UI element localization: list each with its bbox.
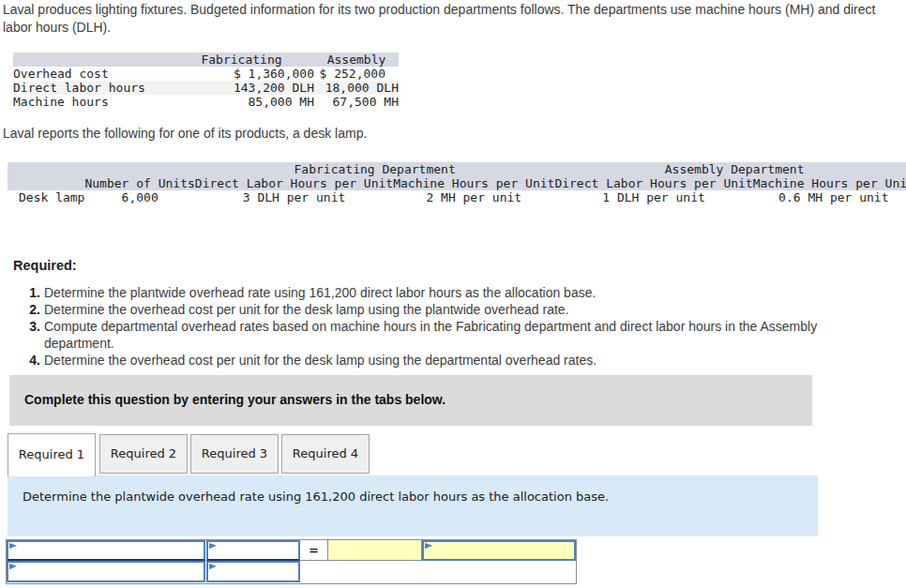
list-item: 4. Determine the overhead cost per unit … — [28, 352, 878, 369]
tab-required-3[interactable]: Required 3 — [190, 434, 279, 474]
item-number: 2. — [28, 301, 40, 318]
budget-header-fabricating: Fabricating — [169, 53, 314, 67]
tab-required-2[interactable]: Required 2 — [99, 434, 188, 474]
tab-required-4[interactable]: Required 4 — [281, 434, 370, 474]
list-item: 3. Compute departmental overhead rates b… — [28, 318, 878, 352]
dlh-fabricating-value: 143,200 DLH — [169, 81, 314, 95]
required-list: 1. Determine the plantwide overhead rate… — [28, 284, 878, 369]
equals-sign: = — [300, 540, 328, 561]
required-heading: Required: — [13, 258, 77, 273]
column-header-units: Number of Units — [84, 176, 194, 190]
overhead-assembly-value: $ 252,000 — [314, 67, 399, 81]
rate-answer-cell[interactable] — [328, 540, 422, 561]
cell-flag-icon — [425, 543, 432, 552]
product-table: Fabricating Department Assembly Departme… — [8, 162, 906, 204]
numerator-label-input-cell[interactable] — [7, 561, 205, 582]
product-table-group-header-row: Fabricating Department Assembly Departme… — [8, 162, 906, 176]
table-row: Machine hours 85,000 MH 67,500 MH — [13, 95, 399, 109]
asm-mh-value: 0.6 MH per unit — [753, 190, 906, 204]
complete-question-text: Complete this question by entering your … — [9, 375, 812, 407]
answer-grid: = — [6, 539, 577, 584]
list-item: 2. Determine the overhead cost per unit … — [28, 301, 878, 318]
item-number: 1. — [28, 284, 40, 301]
fab-dlh-value: 3 DLH per unit — [195, 190, 393, 204]
row-label: Overhead cost — [13, 67, 169, 81]
table-row: Direct labor hours 143,200 DLH 18,000 DL… — [13, 81, 399, 95]
complete-question-banner: Complete this question by entering your … — [9, 375, 812, 426]
column-header-fab-mh: Machine Hours per Unit — [393, 176, 554, 190]
product-intro-text: Laval reports the following for one of i… — [3, 126, 659, 141]
denominator-input-cell[interactable] — [206, 540, 300, 561]
cell-flag-icon — [209, 543, 217, 552]
mh-fabricating-value: 85,000 MH — [169, 95, 314, 109]
group-header-spacer — [8, 162, 195, 176]
cell-flag-icon — [9, 543, 17, 552]
item-number: 3. — [28, 318, 40, 352]
group-header-fabricating: Fabricating Department — [195, 162, 555, 176]
tab-required-1[interactable]: Required 1 — [8, 433, 96, 476]
asm-dlh-value: 1 DLH per unit — [554, 190, 752, 204]
denominator-label-input-cell[interactable] — [206, 561, 300, 582]
budget-header-spacer — [13, 53, 169, 67]
table-row: Overhead cost $ 1,360,000 $ 252,000 — [13, 67, 399, 81]
row-label: Direct labor hours — [13, 81, 169, 95]
item-text: Determine the overhead cost per unit for… — [44, 301, 569, 318]
item-number: 4. — [28, 352, 40, 369]
dlh-assembly-value: 18,000 DLH — [314, 81, 399, 95]
cell-flag-icon — [209, 564, 217, 573]
mh-assembly-value: 67,500 MH — [314, 95, 399, 109]
answer-grid-empty-area — [300, 561, 576, 582]
units-value: 6,000 — [84, 190, 194, 204]
item-text: Compute departmental overhead rates base… — [44, 318, 865, 352]
product-name: Desk lamp — [8, 190, 84, 204]
rate-unit-answer-cell[interactable] — [422, 540, 576, 561]
budget-table-header-row: Fabricating Assembly — [13, 53, 399, 67]
row-label: Machine hours — [13, 95, 169, 109]
column-header-asm-dlh: Direct Labor Hours per Unit — [554, 176, 752, 190]
budget-header-assembly: Assembly — [314, 53, 399, 67]
overhead-fabricating-value: $ 1,360,000 — [169, 67, 314, 81]
item-text: Determine the overhead cost per unit for… — [44, 352, 596, 369]
column-header-spacer — [8, 176, 84, 190]
tab-content-panel: Determine the plantwide overhead rate us… — [8, 475, 818, 536]
list-item: 1. Determine the plantwide overhead rate… — [28, 284, 878, 301]
column-header-asm-mh: Machine Hours per Unit — [753, 176, 906, 190]
numerator-input-cell[interactable] — [7, 540, 205, 561]
column-header-fab-dlh: Direct Labor Hours per Unit — [195, 176, 393, 190]
product-table-column-header-row: Number of Units Direct Labor Hours per U… — [8, 176, 906, 190]
group-header-assembly: Assembly Department — [554, 162, 906, 176]
panel-instruction-text: Determine the plantwide overhead rate us… — [8, 475, 818, 504]
table-row: Desk lamp 6,000 3 DLH per unit 2 MH per … — [8, 190, 906, 204]
item-text: Determine the plantwide overhead rate us… — [44, 284, 596, 301]
budget-table: Fabricating Assembly Overhead cost $ 1,3… — [13, 53, 399, 109]
cell-flag-icon — [9, 564, 17, 573]
problem-intro-text: Laval produces lighting fixtures. Budget… — [3, 1, 898, 36]
fab-mh-value: 2 MH per unit — [393, 190, 554, 204]
